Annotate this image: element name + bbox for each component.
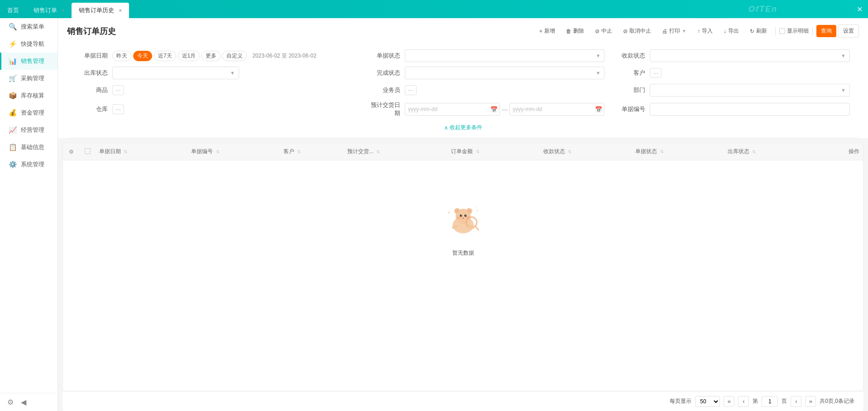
cancel-stop-icon: ⊘ bbox=[623, 28, 628, 34]
sidebar-item-operations[interactable]: 📈 经营管理 bbox=[0, 121, 58, 139]
expected-date-sort-icon[interactable]: ⇅ bbox=[376, 149, 380, 154]
empty-state-row: ✦ ✦ ✦ 暂无数据 bbox=[63, 160, 863, 294]
display-detail-checkbox[interactable] bbox=[779, 28, 785, 34]
window-close-button[interactable]: ✕ bbox=[857, 5, 863, 14]
stock-status-select[interactable]: ▼ bbox=[112, 67, 239, 79]
th-amount: 订单金额 ⇅ bbox=[447, 143, 539, 160]
first-page-button[interactable]: « bbox=[724, 396, 734, 407]
warehouse-ellipsis-button[interactable]: ··· bbox=[112, 104, 124, 114]
th-date-label: 单据日期 bbox=[99, 148, 121, 155]
svg-point-4 bbox=[455, 209, 459, 213]
export-button[interactable]: ↓ 导出 bbox=[719, 25, 743, 37]
sales-mgmt-icon: 📊 bbox=[9, 57, 17, 65]
payment-status-select[interactable]: ▼ bbox=[650, 49, 850, 62]
purchase-mgmt-icon: 🛒 bbox=[9, 74, 17, 82]
stock-status-sort-icon[interactable]: ⇅ bbox=[752, 149, 756, 154]
settings-label: 设置 bbox=[843, 27, 854, 35]
page-label-after: 页 bbox=[782, 397, 787, 405]
customer-sort-icon[interactable]: ⇅ bbox=[297, 149, 301, 154]
payment-status-sort-icon[interactable]: ⇅ bbox=[568, 149, 571, 154]
page-title-row: 销售订单历史 + 新增 🗑 删除 ⊘ 中止 ⊘ bbox=[67, 24, 859, 38]
import-button[interactable]: ↑ 导入 bbox=[693, 25, 717, 37]
delete-button[interactable]: 🗑 删除 bbox=[561, 25, 589, 37]
date-more-btn[interactable]: 更多 bbox=[201, 51, 221, 61]
collapse-button[interactable]: ∧ 收起更多条件 bbox=[444, 124, 482, 131]
sidebar-item-purchase-mgmt[interactable]: 🛒 采购管理 bbox=[0, 70, 58, 87]
goods-filter-item: 商品 ··· bbox=[76, 85, 360, 95]
empty-text: 暂无数据 bbox=[452, 249, 474, 257]
stop-label: 中止 bbox=[601, 27, 612, 35]
sidebar-settings-icon[interactable]: ⚙ bbox=[7, 398, 14, 406]
svg-point-9 bbox=[465, 215, 466, 216]
sidebar-item-sales-mgmt[interactable]: 📊 销售管理 bbox=[0, 53, 58, 70]
table-settings-icon[interactable]: ⚙ bbox=[69, 149, 74, 155]
stop-button[interactable]: ⊘ 中止 bbox=[590, 25, 617, 37]
date-filter-item: 单据日期 昨天 今天 近7天 近1月 更多 自定义 2023-06-02 至 2… bbox=[76, 51, 360, 61]
tab-sales-order-history[interactable]: 销售订单历史 × bbox=[72, 3, 129, 18]
salesperson-ellipsis-button[interactable]: ··· bbox=[405, 85, 417, 95]
date-sort-icon[interactable]: ⇅ bbox=[124, 149, 127, 154]
toolbar-divider-2 bbox=[812, 27, 813, 35]
th-stock-status: 出库状态 ⇅ bbox=[724, 143, 816, 160]
settings-button[interactable]: 设置 bbox=[838, 24, 859, 38]
prev-page-button[interactable]: ‹ bbox=[738, 396, 749, 407]
date-yesterday-btn[interactable]: 昨天 bbox=[112, 51, 131, 61]
svg-text:✦: ✦ bbox=[476, 209, 479, 212]
table-container: ⚙ 单据日期 ⇅ 单据编号 ⇅ bbox=[62, 143, 863, 391]
customer-label: 客户 bbox=[614, 69, 650, 77]
sidebar-item-sys-mgmt[interactable]: ⚙️ 系统管理 bbox=[0, 156, 58, 173]
date-custom-btn[interactable]: 自定义 bbox=[222, 51, 247, 61]
order-status-sort-icon[interactable]: ⇅ bbox=[660, 149, 664, 154]
date-filter-label: 单据日期 bbox=[76, 52, 112, 60]
number-sort-icon[interactable]: ⇅ bbox=[216, 149, 220, 154]
department-select[interactable]: ▼ bbox=[650, 84, 850, 97]
finance-icon: 💰 bbox=[9, 109, 17, 117]
next-page-button[interactable]: › bbox=[791, 396, 801, 407]
date-7days-btn[interactable]: 近7天 bbox=[154, 51, 176, 61]
expected-date-start-input[interactable]: yyyy-mm-dd 📅 bbox=[405, 103, 500, 116]
sidebar-item-finance-label: 资金管理 bbox=[21, 109, 44, 117]
print-arrow-icon: ▼ bbox=[682, 29, 686, 34]
header-checkbox[interactable] bbox=[85, 148, 91, 154]
per-page-select[interactable]: 50 10 20 100 bbox=[695, 396, 720, 407]
order-number-input[interactable] bbox=[650, 103, 850, 116]
query-button[interactable]: 查询 bbox=[816, 25, 836, 37]
print-button[interactable]: 🖨 打印 ▼ bbox=[657, 25, 691, 37]
th-settings: ⚙ bbox=[63, 143, 79, 160]
amount-sort-icon[interactable]: ⇅ bbox=[476, 149, 480, 154]
date-today-btn[interactable]: 今天 bbox=[133, 51, 152, 61]
expected-date-range: yyyy-mm-dd 📅 — yyyy-mm-dd 📅 bbox=[405, 103, 605, 116]
tab-sales-order-close[interactable]: × bbox=[62, 8, 64, 13]
order-status-select[interactable]: ▼ bbox=[405, 49, 605, 62]
sidebar-item-finance[interactable]: 💰 资金管理 bbox=[0, 104, 58, 121]
salesperson-filter-item: 业务员 ··· bbox=[360, 85, 605, 95]
sidebar-item-search-menu[interactable]: 🔍 搜索菜单 bbox=[0, 18, 58, 35]
sidebar-item-inventory[interactable]: 📦 库存核算 bbox=[0, 87, 58, 104]
complete-status-select[interactable]: ▼ bbox=[405, 67, 605, 79]
expected-date-filter-item: 预计交货日期 yyyy-mm-dd 📅 — yyyy-mm-dd 📅 bbox=[360, 101, 605, 117]
table-body: ✦ ✦ ✦ 暂无数据 bbox=[63, 160, 863, 294]
refresh-button[interactable]: ↻ 刷新 bbox=[745, 25, 772, 37]
tab-home[interactable]: 首页 bbox=[0, 3, 26, 18]
empty-state-cell: ✦ ✦ ✦ 暂无数据 bbox=[63, 160, 863, 294]
department-filter-item: 部门 ▼ bbox=[604, 84, 850, 97]
sidebar-item-base-info[interactable]: 📋 基础信息 bbox=[0, 139, 58, 156]
sidebar-collapse-icon[interactable]: ◀ bbox=[21, 398, 26, 406]
cancel-stop-label: 取消中止 bbox=[629, 27, 651, 35]
stock-status-filter-item: 出库状态 ▼ bbox=[76, 67, 360, 79]
svg-point-10 bbox=[462, 218, 464, 219]
page-number-input[interactable] bbox=[762, 396, 778, 407]
expected-date-end-input[interactable]: yyyy-mm-dd 📅 bbox=[509, 103, 604, 116]
goods-ellipsis-button[interactable]: ··· bbox=[112, 85, 124, 95]
cancel-stop-button[interactable]: ⊘ 取消中止 bbox=[619, 25, 656, 37]
last-page-button[interactable]: » bbox=[805, 396, 816, 407]
customer-ellipsis-button[interactable]: ··· bbox=[650, 68, 662, 78]
tab-sales-order-history-close[interactable]: × bbox=[119, 8, 121, 13]
date-1month-btn[interactable]: 近1月 bbox=[178, 51, 200, 61]
svg-text:✦: ✦ bbox=[447, 210, 451, 215]
tab-sales-order[interactable]: 销售订单 × bbox=[26, 3, 72, 18]
svg-point-5 bbox=[467, 209, 471, 213]
sidebar-item-quick-nav[interactable]: ⚡ 快捷导航 bbox=[0, 35, 58, 53]
display-detail-toggle[interactable]: 显示明细 bbox=[779, 27, 809, 35]
new-button[interactable]: + 新增 bbox=[535, 25, 560, 37]
